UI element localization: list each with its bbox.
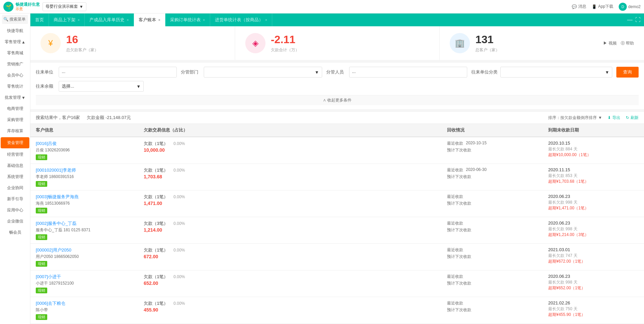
sidebar-item-retail-mgmt[interactable]: 零售管理 ▲ [0,36,30,48]
td-due-0: 2020.10.15 最长欠款 884 天 超期¥10,000.00（1笔） [543,137,644,164]
debt-count-5: 欠款（1笔） [144,274,168,280]
td-customer-3: [0002]服务中心_丁磊 服务中心_丁磊 181 0125 8371 现销 [30,217,138,243]
td-recovery-1: 最近收款 2020-06-30 预计下次收款 [442,164,543,190]
sort-select[interactable]: 排序：按欠款金额倒序排序 ▼ [548,115,602,121]
sidebar-item-system[interactable]: 系统管理 [0,171,30,182]
stat-info-owed: 16 总欠款客户（家） [66,33,99,53]
tab-production-history-close[interactable]: × [127,18,129,22]
debt-amount-4[interactable]: 672.00 [144,254,436,259]
overdue-link-6[interactable]: 超期¥455.90（1笔） [548,312,639,318]
sidebar-item-retail-stats[interactable]: 零售统计 [0,81,30,92]
export-btn[interactable]: ⬇ 导出 [608,115,620,121]
stat-icon-debt: ◈ [245,33,265,53]
sidebar-item-basic-info[interactable]: 基础信息 [0,160,30,171]
collapse-btn[interactable]: ∧ 收起更多条件 [36,95,639,105]
customer-name-3[interactable]: [0002]服务中心_丁磊 [36,220,133,227]
debt-amount-0[interactable]: 10,000.00 [144,147,436,153]
td-debt-3: 欠款（3笔） 0.00% 1,214.00 [138,217,442,243]
th-customer-info: 客户信息 [30,124,138,137]
td-customer-5: [0007]小进干 小进干 18279152100 现销 [30,270,138,297]
debt-amount-6[interactable]: 455.90 [144,307,436,313]
debt-amount-5[interactable]: 652.00 [144,281,436,286]
customer-phone-6: 陈小带 [36,307,133,313]
sidebar-item-member[interactable]: 会员中心 [0,70,30,81]
dept-select[interactable]: ▼ [204,67,322,78]
tab-customer-account[interactable]: 客户账本 × [134,13,165,26]
sort-label: 排序：按欠款金额倒序排序 [548,115,597,121]
result-bar: 搜索结果中，客户16家 欠款金额 -21,148.07元 排序：按欠款金额倒序排… [30,112,644,124]
user-menu[interactable]: D demo2 [619,3,641,11]
customer-name-4[interactable]: [000002]用户2050 [36,247,133,253]
sidebar-item-ecommerce[interactable]: 电商管理 [0,103,30,114]
sidebar-item-purchase[interactable]: 采购管理 [0,114,30,125]
recovery-last-date-0: 2020-10-15 [466,141,486,146]
sidebar-item-inventory[interactable]: 库存核算 [0,125,30,137]
top-bar-left: 🌱 畅捷通好生意 示意 母婴行业演示账套 ▼ [3,2,86,12]
sidebar-item-finance[interactable]: 资金管理 [1,137,29,148]
tab-product-listing-close[interactable]: × [78,18,80,22]
sidebar-item-marketing[interactable]: 营销推广 [0,59,30,70]
sidebar-item-enterprise[interactable]: 企业协同 [0,182,30,194]
filter-row-1: 往来单位 ··· 分管部门 ▼ [36,67,639,78]
overdue-link-2[interactable]: 超期¥1,471.00（1笔） [548,205,639,211]
customer-name-6[interactable]: [0006]去下粮仓 [36,300,133,306]
debt-amount-3[interactable]: 1,214.00 [144,227,436,233]
recovery-last-label-5: 最近收款 [447,274,463,279]
search-menu[interactable]: 🔍 搜索菜单 [2,15,28,24]
tab-purchase-order-stats-close[interactable]: × [203,18,205,22]
tab-purchase-order-stats[interactable]: 采购订单统计表 × [165,13,210,26]
tab-product-listing[interactable]: 商品上下架 × [49,13,85,26]
td-debt-0: 欠款（1笔） 0.00% 10,000.00 [138,137,442,164]
unit-category-select[interactable]: ▼ [500,67,612,78]
overdue-link-0[interactable]: 超期¥10,000.00（1笔） [548,152,639,158]
avatar: D [619,3,627,11]
sidebar-item-guide[interactable]: 新手引导 [0,194,30,205]
tab-purchase-order-stats-label: 采购订单统计表 [170,17,201,23]
customer-name-1[interactable]: [0001020001]李老师 [36,167,133,173]
overdue-link-5[interactable]: 超期¥652.00（1笔） [548,285,639,291]
company-select[interactable]: 母婴行业演示账套 ▼ [43,2,86,11]
help-btn[interactable]: ⓪ 帮助 [621,40,634,46]
sidebar-item-wholesale[interactable]: 批发管理 ▼ [0,92,30,103]
table-row: [0003]畅捷服务尹海燕 海燕 18513066976 现销 欠款（1笔） 0… [30,190,644,217]
debt-amount-2[interactable]: 1,471.00 [144,201,436,206]
refresh-btn[interactable]: ↻ 刷新 [626,115,639,121]
tab-production-history[interactable]: 产成品入库单历史 × [85,13,134,26]
sidebar-item-operations[interactable]: 经营管理 [0,149,30,160]
customer-tag-2: 现销 [36,208,47,213]
sidebar-item-wechat[interactable]: 企业微信 [0,216,30,227]
sidebar-item-quick-nav[interactable]: 快捷导航 [0,25,30,36]
customer-name-0[interactable]: [0016]吕俊 [36,141,133,147]
manager-input[interactable]: ··· [349,67,467,78]
customer-name-2[interactable]: [0003]畅捷服务尹海燕 [36,194,133,200]
filter-item-dept: 分管部门 ▼ [181,67,322,78]
recovery-last-date-1: 2020-06-30 [466,167,486,173]
app-download-btn[interactable]: 📱 App下载 [592,4,613,9]
debt-amount-1[interactable]: 1,703.68 [144,174,436,179]
tab-minimize-btn[interactable]: — [627,17,633,23]
tab-customer-account-close[interactable]: × [158,18,160,22]
balance-select[interactable]: 选择... ▼ [59,81,144,92]
customer-name-5[interactable]: [0007]小进干 [36,274,133,280]
source-unit-input[interactable]: ··· [59,67,177,78]
tab-expand-btn[interactable]: ⛶ [635,17,641,23]
overdue-link-4[interactable]: 超期¥672.00（1笔） [548,259,639,264]
sidebar-item-apps[interactable]: 应用中心 [0,205,30,216]
tab-inventory-stats[interactable]: 进货单统计表（按商品） × [210,13,272,26]
video-btn[interactable]: ▶ 视频 [603,40,616,46]
tab-home[interactable]: 首页 [30,13,49,26]
overdue-days-3: 最长欠款 998 天 [548,226,639,232]
sidebar-item-retail-mall[interactable]: 零售商城 [0,48,30,59]
td-customer-2: [0003]畅捷服务尹海燕 海燕 18513066976 现销 [30,190,138,217]
ecommerce-label: 电商管理 [7,106,23,111]
due-date-2: 2020.06.23 [548,194,639,199]
due-date-1: 2020.11.15 [548,167,639,172]
overdue-link-3[interactable]: 超期¥1,214.00（3笔） [548,232,639,238]
overdue-link-1[interactable]: 超期¥1,703.68（1笔） [548,179,639,184]
retail-mall-label: 零售商城 [7,51,23,55]
td-debt-1: 欠款（1笔） 0.00% 1,703.68 [138,164,442,190]
tab-inventory-stats-close[interactable]: × [265,18,267,22]
search-button[interactable]: 查询 [616,67,639,78]
sidebar-item-member-plus[interactable]: 畅会员 [0,227,30,238]
message-btn[interactable]: 💬 消息 [572,4,586,9]
